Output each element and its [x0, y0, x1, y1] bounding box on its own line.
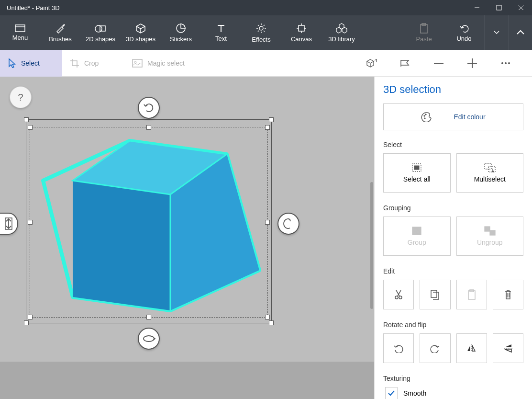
rotate-y-handle[interactable] — [277, 213, 299, 235]
3d-shapes-label: 3D shapes — [126, 35, 155, 43]
more-button[interactable] — [499, 56, 513, 70]
rotate-x-handle[interactable] — [138, 328, 160, 350]
rotate-ccw-button[interactable] — [383, 333, 414, 363]
menu-button[interactable]: Menu — [0, 15, 40, 50]
handle-inner-right[interactable] — [265, 220, 270, 225]
svg-rect-18 — [299, 25, 304, 31]
zoom-out-button[interactable] — [432, 56, 446, 70]
paste-panel-icon — [467, 289, 476, 300]
chevron-down-icon — [494, 31, 499, 34]
svg-rect-51 — [485, 227, 490, 231]
rotate-z-handle[interactable] — [138, 97, 160, 119]
flip-horizontal-button[interactable] — [456, 333, 487, 363]
brushes-button[interactable]: Brushes — [40, 15, 80, 50]
effects-button[interactable]: Effects — [241, 15, 281, 50]
rotate-x-icon — [142, 334, 155, 343]
group-icon — [411, 226, 422, 236]
svg-line-15 — [264, 31, 265, 32]
rotate-y-icon — [283, 217, 294, 230]
crop-icon — [70, 58, 79, 68]
handle-top-left[interactable] — [24, 117, 29, 122]
flip-vertical-button[interactable] — [493, 333, 523, 363]
move-z-handle[interactable] — [0, 213, 18, 235]
svg-rect-52 — [490, 230, 495, 235]
handle-top-right[interactable] — [269, 117, 274, 122]
svg-rect-4 — [15, 25, 25, 32]
paste-button: Paste — [404, 15, 444, 50]
handle-inner-br[interactable] — [265, 315, 270, 319]
handle-inner-tl[interactable] — [28, 125, 33, 130]
effects-label: Effects — [252, 36, 271, 43]
magic-select-button: Magic select — [124, 50, 196, 77]
3d-view-button[interactable] — [365, 56, 379, 70]
canvas-floor — [0, 362, 374, 399]
multiselect-icon — [484, 163, 496, 172]
chevron-up-icon — [517, 30, 524, 35]
window-title: Untitled* - Paint 3D — [7, 4, 466, 11]
svg-line-14 — [258, 25, 259, 26]
3d-view-icon — [366, 59, 377, 68]
select-all-label: Select all — [403, 175, 431, 183]
handle-inner-bottom[interactable] — [146, 315, 151, 319]
3d-library-button[interactable]: 3D library — [321, 15, 362, 50]
perspective-button[interactable] — [398, 56, 412, 70]
select-label: Select — [21, 59, 40, 67]
undo-icon — [459, 23, 469, 33]
3d-shapes-button[interactable]: 3D shapes — [121, 15, 161, 50]
handle-inner-left[interactable] — [28, 220, 33, 225]
select-section-label: Select — [383, 141, 523, 148]
selection-inner-box[interactable] — [30, 127, 268, 318]
3d-shapes-icon — [135, 23, 146, 34]
handle-inner-tr[interactable] — [265, 125, 270, 130]
menu-label: Menu — [12, 34, 28, 41]
delete-button[interactable] — [493, 280, 523, 309]
brush-icon — [55, 23, 66, 34]
paste-label: Paste — [416, 35, 432, 43]
menu-icon — [15, 24, 25, 32]
edit-colour-button[interactable]: Edit colour — [383, 103, 523, 130]
multiselect-button[interactable]: Multiselect — [456, 153, 524, 193]
handle-bottom-right[interactable] — [269, 320, 274, 325]
close-button[interactable] — [510, 0, 532, 15]
svg-line-17 — [264, 25, 265, 26]
undo-button[interactable]: Undo — [444, 15, 484, 50]
maximize-button[interactable] — [488, 0, 510, 15]
grouping-section-label: Grouping — [383, 204, 523, 212]
more-icon — [501, 62, 510, 65]
handle-inner-top[interactable] — [146, 125, 151, 130]
text-button[interactable]: Text — [201, 15, 241, 50]
select-all-button[interactable]: Select all — [383, 153, 451, 193]
minimize-button[interactable] — [466, 0, 488, 15]
text-label: Text — [215, 35, 227, 42]
help-badge[interactable]: ? — [10, 86, 32, 108]
history-dropdown[interactable] — [484, 15, 508, 50]
canvas-viewport[interactable]: ? — [0, 77, 374, 399]
cut-button[interactable] — [383, 280, 414, 309]
3d-library-icon — [336, 23, 347, 34]
canvas-label: Canvas — [291, 35, 312, 43]
select-tool-button[interactable]: Select — [0, 50, 62, 77]
palette-icon — [421, 112, 432, 122]
collapse-panel-button[interactable] — [508, 15, 532, 50]
smooth-label: Smooth — [403, 389, 426, 397]
text-icon — [216, 23, 226, 33]
group-label: Group — [408, 239, 426, 246]
crop-tool-button: Crop — [62, 50, 124, 77]
canvas-button[interactable]: Canvas — [281, 15, 321, 50]
stickers-icon — [176, 23, 186, 34]
svg-point-54 — [399, 296, 402, 299]
copy-icon — [430, 289, 440, 300]
copy-button[interactable] — [420, 280, 450, 309]
smooth-checkbox[interactable] — [385, 387, 398, 399]
zoom-in-button[interactable] — [465, 56, 479, 70]
multiselect-label: Multiselect — [474, 175, 506, 183]
scrollbar[interactable] — [370, 182, 373, 309]
rotate-cw-button[interactable] — [420, 333, 450, 363]
handle-bottom-left[interactable] — [24, 320, 29, 325]
flag-icon — [400, 59, 410, 68]
2d-shapes-button[interactable]: 2D shapes — [80, 15, 121, 50]
stickers-button[interactable]: Stickers — [161, 15, 201, 50]
group-button: Group — [383, 217, 451, 256]
handle-inner-bl[interactable] — [28, 315, 33, 319]
svg-point-41 — [424, 115, 425, 116]
